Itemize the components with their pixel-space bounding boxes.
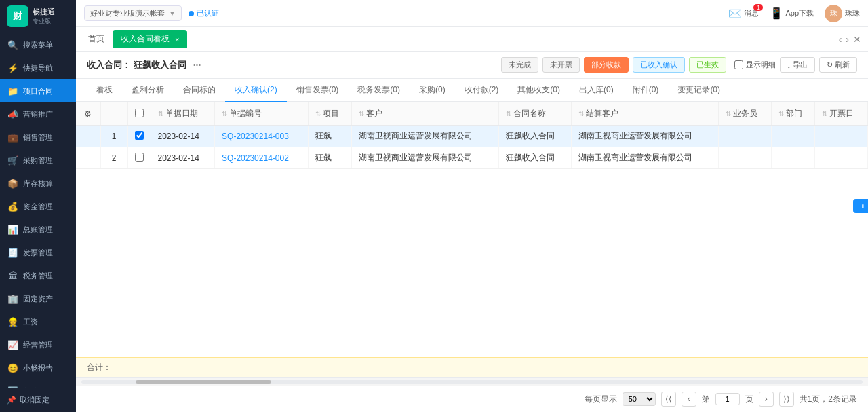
refresh-btn[interactable]: ↻ 刷新 <box>819 57 857 73</box>
settings-gear-icon[interactable]: ⚙ <box>83 109 94 119</box>
sidebar-item-9[interactable]: 🧾发票管理 <box>0 241 76 264</box>
status-btn-weiwancheng[interactable]: 未完成 <box>501 57 538 73</box>
sidebar-item-4[interactable]: 💼销售管理 <box>0 126 76 149</box>
page-input[interactable] <box>715 393 740 405</box>
more-btn[interactable]: ··· <box>193 60 201 71</box>
th-contract[interactable]: ⇅合同名称 <box>498 102 571 126</box>
tab-close-all-btn[interactable]: ✕ <box>853 34 861 45</box>
sidebar-item-14[interactable]: 😊小畅报告 <box>0 356 76 379</box>
sidebar-item-2[interactable]: 📁项目合同 <box>0 79 76 102</box>
subtab-9[interactable]: 出入库(0) <box>570 79 623 102</box>
sidebar-item-7[interactable]: 💰资金管理 <box>0 195 76 218</box>
prev-page-btn[interactable]: ‹ <box>682 392 696 407</box>
row-number-1[interactable]: SQ-20230214-002 <box>215 147 308 169</box>
sidebar-item-label-11: 固定资产 <box>23 294 53 304</box>
sidebar-item-0[interactable]: 🔍搜索菜单 <box>0 33 76 56</box>
status-btn-weikpiao[interactable]: 未开票 <box>542 57 580 73</box>
footer-label: 合计： <box>87 362 111 373</box>
subtab-8[interactable]: 其他收支(0) <box>508 79 570 102</box>
show-detail-toggle[interactable]: 显示明细 <box>734 60 776 70</box>
sidebar-item-13[interactable]: 📈经营管理 <box>0 333 76 356</box>
status-btn-bufen-shoukuan[interactable]: 部分收款 <box>584 57 629 73</box>
row-contract-0: 狂飙收入合同 <box>498 126 571 147</box>
message-action[interactable]: ✉️ 消息 1 <box>728 7 759 20</box>
message-badge: 1 <box>753 4 763 11</box>
tab-prev-btn[interactable]: ‹ <box>839 34 842 45</box>
row-number-0[interactable]: SQ-20230214-003 <box>215 126 308 147</box>
status-btn-yishengxiao[interactable]: 已生效 <box>689 57 726 73</box>
active-tab[interactable]: 收入合同看板 × <box>113 30 187 48</box>
refresh-icon: ↻ <box>827 60 833 69</box>
subtab-5[interactable]: 税务发票(0) <box>348 79 410 102</box>
sidebar-item-5[interactable]: 🛒采购管理 <box>0 149 76 172</box>
sidebar-item-icon-2: 📁 <box>7 85 19 97</box>
page-title-prefix: 收入合同： <box>87 60 131 70</box>
user-avatar: 珠 <box>825 5 842 22</box>
row-number-link-0[interactable]: SQ-20230214-003 <box>222 132 289 141</box>
table-row[interactable]: 1 2023-02-14 SQ-20230214-003 狂飙 湖南卫视商业运营… <box>76 126 868 147</box>
subtab-2[interactable]: 合同标的 <box>174 79 225 102</box>
row-checkbox-1[interactable] <box>127 147 151 169</box>
app-download-label: App下载 <box>785 8 814 18</box>
last-page-btn[interactable]: ⟩⟩ <box>779 392 794 407</box>
show-detail-checkbox[interactable] <box>734 60 743 69</box>
th-project[interactable]: ⇅项目 <box>308 102 351 126</box>
sidebar-item-label-1: 快捷导航 <box>23 63 53 73</box>
th-salesperson[interactable]: ⇅业务员 <box>718 102 771 126</box>
select-all-checkbox[interactable] <box>135 109 144 117</box>
sidebar-item-1[interactable]: ⚡快捷导航 <box>0 56 76 79</box>
sidebar-item-8[interactable]: 📊总账管理 <box>0 218 76 241</box>
subtab-11[interactable]: 变更记录(0) <box>668 79 730 102</box>
sidebar-footer-item[interactable]: 📌 取消固定 <box>7 392 69 408</box>
subtab-1[interactable]: 盈利分析 <box>122 79 174 102</box>
th-checkbox[interactable] <box>127 102 151 126</box>
table-row[interactable]: 2 2023-02-14 SQ-20230214-002 狂飙 湖南卫视商业运营… <box>76 147 868 169</box>
right-panel-icon[interactable]: ≡ <box>853 199 868 214</box>
company-select[interactable]: 好业财专业版演示帐套 ▼ <box>84 5 182 21</box>
page-label: 第 <box>702 394 710 405</box>
sidebar-footer[interactable]: 📌 取消固定 <box>0 388 76 412</box>
row-department-1 <box>771 147 814 169</box>
row-checkbox-0[interactable] <box>127 126 151 147</box>
row-number-link-1[interactable]: SQ-20230214-002 <box>222 153 289 163</box>
first-page-btn[interactable]: ⟨⟨ <box>661 392 676 407</box>
sidebar-item-11[interactable]: 🏢固定资产 <box>0 287 76 310</box>
home-tab[interactable]: 首页 <box>83 33 110 45</box>
sidebar-item-label-2: 项目合同 <box>23 86 53 96</box>
subtab-3[interactable]: 收入确认(2) <box>225 79 287 102</box>
subtab-0[interactable]: 看板 <box>87 79 122 102</box>
app-download-action[interactable]: 📱 App下载 <box>770 7 814 20</box>
subtab-6[interactable]: 采购(0) <box>410 79 455 102</box>
th-bill-date[interactable]: ⇅开票日 <box>814 102 867 126</box>
horizontal-scrollbar[interactable] <box>76 377 868 386</box>
sidebar-footer-label: 取消固定 <box>20 395 50 405</box>
export-btn[interactable]: ↓ 导出 <box>780 57 816 73</box>
sidebar-item-6[interactable]: 📦库存核算 <box>0 172 76 195</box>
sidebar-item-3[interactable]: 📣营销推广 <box>0 102 76 126</box>
user-menu[interactable]: 珠 珠珠 <box>825 5 860 22</box>
sidebar-item-10[interactable]: 🏛税务管理 <box>0 264 76 287</box>
th-number[interactable]: ⇅单据编号 <box>215 102 308 126</box>
th-index <box>100 102 127 126</box>
subtab-7[interactable]: 收付款(2) <box>455 79 509 102</box>
tab-next-btn[interactable]: › <box>846 34 849 45</box>
th-date[interactable]: ⇅单据日期 <box>151 102 215 126</box>
tab-close-btn[interactable]: × <box>175 35 179 43</box>
th-department[interactable]: ⇅部门 <box>771 102 814 126</box>
subtab-10[interactable]: 附件(0) <box>623 79 669 102</box>
th-end-customer[interactable]: ⇅结算客户 <box>571 102 718 126</box>
page-status-buttons: 未完成 未开票 部分收款 已收入确认 已生效 <box>501 57 726 73</box>
sidebar-item-label-14: 小畅报告 <box>23 363 53 373</box>
th-settings[interactable]: ⚙ <box>76 102 100 126</box>
subtab-4[interactable]: 销售发票(0) <box>287 79 349 102</box>
scrollbar-thumb[interactable] <box>136 380 271 384</box>
per-page-select[interactable]: 50 100 <box>623 392 656 406</box>
app-edition: 专业版 <box>33 17 55 26</box>
row-date-0: 2023-02-14 <box>151 126 215 147</box>
sidebar-item-icon-12: 👷 <box>7 316 19 328</box>
next-page-btn[interactable]: › <box>759 392 774 407</box>
sidebar-item-15[interactable]: ℹ️基础信息 <box>0 379 76 388</box>
status-btn-shouru-queren[interactable]: 已收入确认 <box>633 57 685 73</box>
sidebar-item-12[interactable]: 👷工资 <box>0 310 76 333</box>
th-customer[interactable]: ⇅客户 <box>351 102 498 126</box>
